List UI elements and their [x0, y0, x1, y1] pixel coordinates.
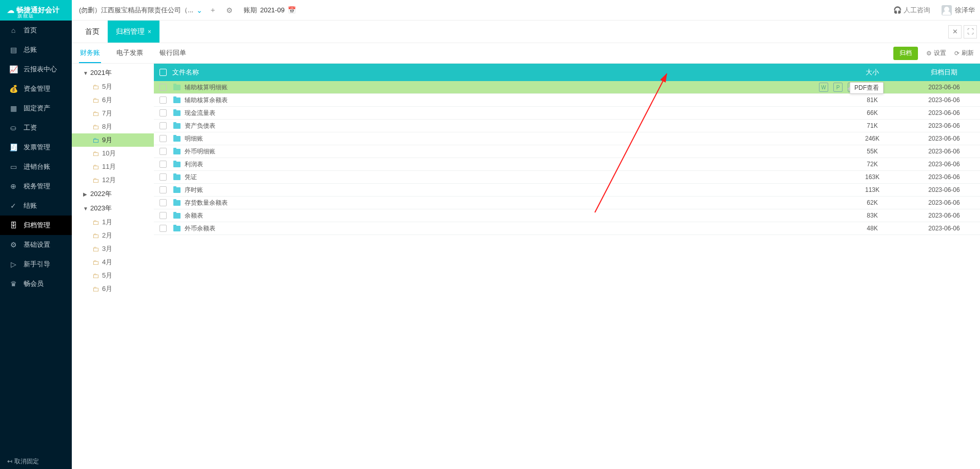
table-row[interactable]: 资产负债表 71K 2023-06-06: [154, 120, 980, 132]
file-size: 72K: [836, 161, 908, 168]
row-checkbox[interactable]: [159, 161, 167, 168]
tree-month[interactable]: 🗀11月: [72, 160, 154, 173]
tree-month[interactable]: 🗀8月: [72, 120, 154, 133]
sidebar-item-9[interactable]: ✓结账: [0, 196, 72, 216]
sidebar-item-7[interactable]: ▭进销台账: [0, 157, 72, 177]
folder-icon: 🗀: [92, 219, 99, 226]
subtab-1[interactable]: 电子发票: [115, 43, 144, 63]
sidebar-item-6[interactable]: 🧾发票管理: [0, 138, 72, 157]
calendar-icon[interactable]: 📅: [288, 6, 296, 14]
download-pdf-icon[interactable]: P: [833, 83, 843, 92]
customer-service[interactable]: 🎧 人工咨询: [893, 6, 930, 15]
sidebar-icon: ✓: [9, 202, 17, 210]
table-row[interactable]: 序时账 113K 2023-06-06: [154, 184, 980, 197]
row-checkbox[interactable]: [159, 84, 167, 91]
tab-close-icon[interactable]: ×: [148, 28, 151, 35]
sidebar-unpin[interactable]: ↤取消固定: [0, 454, 72, 469]
file-size: 66K: [836, 109, 908, 116]
sidebar-icon: 🗄: [9, 221, 17, 229]
table-row[interactable]: 辅助核算明细账 W P ▣ PDF查看 16K 2023-06-06: [154, 81, 980, 94]
sidebar-item-8[interactable]: ⊕税务管理: [0, 177, 72, 196]
tree-toggle-icon: ▼: [83, 70, 90, 76]
row-checkbox[interactable]: [159, 96, 167, 104]
sidebar-item-13[interactable]: ♛畅会员: [0, 274, 72, 294]
table-row[interactable]: 利润表 72K 2023-06-06: [154, 158, 980, 171]
sidebar-item-5[interactable]: ⛀工资: [0, 118, 72, 138]
period-value[interactable]: 2021-09: [260, 6, 285, 14]
company-selector[interactable]: (勿删）江西服宝精品有限责任公司（...: [79, 6, 193, 15]
subtab-0[interactable]: 财务账: [79, 43, 101, 63]
tree-month[interactable]: 🗀2月: [72, 229, 154, 242]
folder-icon: 🗀: [92, 259, 99, 266]
row-checkbox[interactable]: [159, 212, 167, 219]
table-row[interactable]: 凭证 163K 2023-06-06: [154, 171, 980, 184]
col-name[interactable]: 文件名称: [172, 68, 836, 77]
tree-month[interactable]: 🗀1月: [72, 216, 154, 229]
tab-0[interactable]: 首页: [77, 21, 108, 43]
refresh-button[interactable]: ⟳刷新: [954, 49, 974, 57]
company-chevron-icon[interactable]: ⌄: [196, 6, 203, 14]
file-size: 55K: [836, 148, 908, 155]
tree-month[interactable]: 🗀5月: [72, 80, 154, 93]
table-row[interactable]: 外币余额表 48K 2023-06-06: [154, 222, 980, 235]
tree-month[interactable]: 🗀10月: [72, 147, 154, 160]
sidebar-icon: ⚙: [9, 241, 17, 249]
row-checkbox[interactable]: [159, 225, 167, 232]
tree-month[interactable]: 🗀7月: [72, 107, 154, 120]
tree-year[interactable]: ▼2021年: [72, 66, 154, 80]
gear-icon[interactable]: ⚙: [223, 6, 235, 14]
archive-date: 2023-06-06: [908, 186, 980, 193]
select-all-checkbox[interactable]: [159, 69, 167, 76]
archive-button[interactable]: 归档: [893, 47, 918, 60]
tree-month[interactable]: 🗀6月: [72, 282, 154, 296]
tree-month[interactable]: 🗀4月: [72, 256, 154, 269]
row-checkbox[interactable]: [159, 199, 167, 206]
tree-year-label: 2023年: [90, 204, 112, 213]
tree-month[interactable]: 🗀5月: [72, 269, 154, 282]
table-row[interactable]: 存货数量余额表 62K 2023-06-06: [154, 197, 980, 209]
tree-month[interactable]: 🗀6月: [72, 93, 154, 107]
tab-close-all-icon[interactable]: ✕: [948, 25, 962, 38]
folder-icon: 🗀: [92, 163, 99, 171]
sidebar-item-3[interactable]: 💰资金管理: [0, 79, 72, 99]
row-checkbox[interactable]: [159, 109, 167, 116]
row-checkbox[interactable]: [159, 135, 167, 142]
tree-month[interactable]: 🗀3月: [72, 242, 154, 256]
user-menu[interactable]: 徐泽华: [942, 5, 975, 15]
row-checkbox[interactable]: [159, 148, 167, 155]
sidebar-item-1[interactable]: ▤总账: [0, 40, 72, 60]
col-size[interactable]: 大小: [836, 68, 908, 77]
tree-month[interactable]: 🗀9月: [72, 133, 154, 147]
add-icon[interactable]: ＋: [207, 6, 219, 15]
table-row[interactable]: 明细账 246K 2023-06-06: [154, 132, 980, 145]
table-row[interactable]: 余额表 83K 2023-06-06: [154, 209, 980, 222]
col-date[interactable]: 归档日期: [908, 68, 980, 77]
tree-year[interactable]: ▶2022年: [72, 187, 154, 201]
tab-fullscreen-icon[interactable]: ⛶: [964, 25, 977, 38]
table-row[interactable]: 现金流量表 66K 2023-06-06: [154, 107, 980, 120]
sidebar-item-0[interactable]: ⌂首页: [0, 21, 72, 40]
tab-1[interactable]: 归档管理×: [108, 21, 159, 43]
sidebar-item-2[interactable]: 📈云报表中心: [0, 60, 72, 79]
refresh-icon: ⟳: [954, 50, 959, 57]
sidebar-item-4[interactable]: ▦固定资产: [0, 99, 72, 118]
sidebar-item-12[interactable]: ▷新手引导: [0, 255, 72, 274]
table-row[interactable]: 外币明细账 55K 2023-06-06: [154, 145, 980, 158]
download-word-icon[interactable]: W: [819, 83, 828, 92]
sidebar-item-10[interactable]: 🗄归档管理: [0, 216, 72, 235]
sidebar-item-11[interactable]: ⚙基础设置: [0, 235, 72, 255]
row-checkbox[interactable]: [159, 122, 167, 129]
archive-date: 2023-06-06: [908, 148, 980, 155]
settings-button[interactable]: ⚙设置: [926, 49, 946, 57]
tree-year[interactable]: ▼2023年: [72, 201, 154, 216]
archive-date: 2023-06-06: [908, 84, 980, 91]
subtab-2[interactable]: 银行回单: [158, 43, 187, 63]
table-row[interactable]: 辅助核算余额表 81K 2023-06-06: [154, 94, 980, 107]
tree-month[interactable]: 🗀12月: [72, 173, 154, 187]
folder-icon: [173, 174, 181, 180]
tree-year-label: 2022年: [90, 189, 112, 199]
row-checkbox[interactable]: [159, 173, 167, 181]
tree-month-label: 10月: [102, 149, 116, 158]
row-checkbox[interactable]: [159, 186, 167, 193]
table-header: 文件名称 大小 归档日期: [154, 64, 980, 81]
